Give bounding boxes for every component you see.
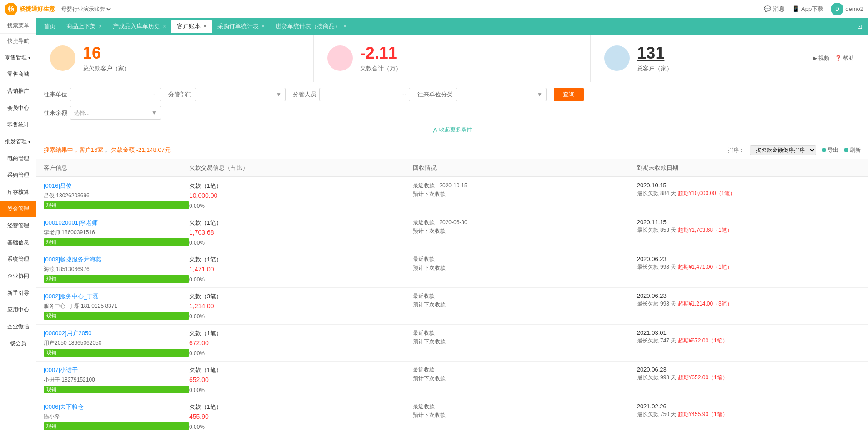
recovery-info: 最近收款 2020-10-15 预计下次收款 [413, 182, 637, 198]
debt-info: 欠款（1笔） 455.90 0.00% [189, 403, 413, 430]
person-input[interactable]: ··· [319, 88, 410, 101]
customer-name[interactable]: [0016]吕俊 [44, 182, 189, 190]
debt-amount[interactable]: 10,000.00 [189, 192, 413, 199]
debt-ratio: 0.00% [189, 350, 413, 357]
customer-tag: 现销 [44, 238, 189, 246]
customer-name[interactable]: [000002]用户2050 [44, 329, 189, 337]
customer-name[interactable]: [0002]服务中心_丁磊 [44, 292, 189, 301]
tab-purchase-orders[interactable]: 采购订单统计表 × [212, 20, 270, 33]
page-content: ¥ 16 总欠款客户（家） [36, 35, 868, 437]
header-left: 畅 畅捷通好生意 母婴行业演示账套 [5, 3, 112, 15]
debt-ratio: 0.00% [189, 313, 413, 320]
sidebar-item-retail-mgmt[interactable]: 零售管理 [0, 49, 36, 66]
sort-select[interactable]: 按欠款金额倒序排序 [750, 145, 816, 155]
tab-customer-account-close[interactable]: × [203, 23, 206, 30]
sidebar-item-vip[interactable]: 畅会员 [0, 335, 36, 352]
col-header-customer: 客户信息 [44, 164, 189, 172]
message-action[interactable]: 💬 消息 [764, 5, 785, 13]
overdue-link[interactable]: 超期¥1,703.68（1笔） [678, 227, 733, 233]
tab-customer-account[interactable]: 客户账本 × [171, 20, 212, 33]
username: demo2 [845, 5, 863, 12]
sidebar-item-operations[interactable]: 经营管理 [0, 217, 36, 234]
overdue-link[interactable]: 超期¥10,000.00（1笔） [678, 190, 736, 196]
refresh-button[interactable]: 刷新 [844, 146, 861, 154]
sidebar-item-batch-mgmt[interactable]: 批发管理 [0, 133, 36, 150]
balance-select[interactable]: 选择... ▼ [70, 106, 161, 120]
content-area: 首页 商品上下架 × 产成品入库单历史 × 客户账本 × 采购订单统计表 × [36, 18, 868, 437]
tab-products-history-close[interactable]: × [163, 23, 166, 30]
filter-dept: 分管部门 ▼ [168, 88, 286, 101]
overdue-link[interactable]: 超期¥1,214.00（3笔） [678, 301, 733, 307]
sidebar-item-guide[interactable]: 新手引导 [0, 285, 36, 301]
customer-name[interactable]: [0001020001]李老师 [44, 219, 189, 227]
overdue-link[interactable]: 超期¥1,471.00（1笔） [678, 264, 733, 270]
sidebar-item-purchase[interactable]: 采购管理 [0, 167, 36, 184]
user-action[interactable]: D demo2 [831, 3, 863, 15]
video-action[interactable]: ▶ 视频 [813, 55, 829, 62]
dept-select[interactable]: ▼ [195, 88, 286, 101]
sidebar-item-marketing[interactable]: 营销推广 [0, 83, 36, 100]
dept-label: 分管部门 [168, 90, 192, 99]
sidebar-item-system[interactable]: 系统管理 [0, 251, 36, 268]
tab-products-status[interactable]: 商品上下架 × [61, 20, 107, 33]
filter-row-2: 往来余额 选择... ▼ [44, 106, 861, 120]
filter-collapse[interactable]: ⋀ 收起更多条件 [44, 124, 861, 136]
export-icon [822, 148, 826, 152]
maximize-icon[interactable]: ⊡ [857, 23, 863, 30]
unit-category-select[interactable]: ▼ [456, 88, 547, 101]
unit-category-arrow: ▼ [537, 91, 542, 98]
tab-purchase-stats[interactable]: 进货单统计表（按商品） × [270, 20, 352, 33]
tab-purchase-stats-close[interactable]: × [343, 23, 346, 30]
sidebar-item-ecommerce[interactable]: 电商管理 [0, 150, 36, 167]
overdue-link[interactable]: 超期¥455.90（1笔） [678, 411, 728, 417]
sidebar-item-member[interactable]: 会员中心 [0, 100, 36, 116]
customer-tag: 现销 [44, 275, 189, 283]
customer-tag: 现销 [44, 349, 189, 357]
debt-amount[interactable]: 672.00 [189, 339, 413, 347]
customer-tag: 现销 [44, 201, 189, 209]
customer-info: [0001020001]李老师 李老师 18600391516 现销 [44, 219, 189, 246]
tab-products-status-close[interactable]: × [99, 23, 102, 30]
debt-amount[interactable]: 1,471.00 [189, 266, 413, 273]
svg-rect-5 [612, 55, 614, 57]
sidebar-item-inventory[interactable]: 库存核算 [0, 184, 36, 201]
tab-home[interactable]: 首页 [38, 20, 61, 33]
recovery-info: 最近收款 预计下次收款 [413, 366, 637, 382]
sidebar-item-retail-mall[interactable]: 零售商城 [0, 66, 36, 83]
tab-purchase-orders-close[interactable]: × [261, 23, 265, 30]
sidebar-item-apps[interactable]: 应用中心 [0, 301, 36, 318]
recovery-label: 最近收款 [413, 366, 637, 374]
sidebar-item-finance[interactable]: 资金管理 [0, 201, 36, 217]
overdue-days: 最长欠款 747 天 超期¥672.00（1笔） [637, 337, 861, 345]
overdue-link[interactable]: 超期¥652.00（1笔） [678, 374, 728, 381]
app-download-action[interactable]: 📱 App下载 [792, 5, 823, 13]
customer-name[interactable]: [0003]畅捷服务尹海燕 [44, 256, 189, 264]
search-button[interactable]: 查询 [554, 88, 584, 101]
recovery-label: 最近收款 [413, 256, 637, 263]
help-action[interactable]: ❓ 帮助 [835, 55, 854, 62]
tab-bar: 首页 商品上下架 × 产成品入库单历史 × 客户账本 × 采购订单统计表 × [36, 18, 868, 35]
debt-amount[interactable]: 455.90 [189, 413, 413, 420]
debt-amount[interactable]: 1,703.68 [189, 229, 413, 236]
sidebar-item-wechat[interactable]: 企业微信 [0, 318, 36, 335]
minimize-icon[interactable]: — [847, 23, 853, 30]
sidebar-item-retail-stats[interactable]: 零售统计 [0, 116, 36, 133]
debt-ratio: 0.00% [189, 240, 413, 246]
export-button[interactable]: 导出 [822, 146, 838, 154]
sidebar-item-basic-info[interactable]: 基础信息 [0, 234, 36, 251]
customer-name[interactable]: [0006]去下粮仓 [44, 403, 189, 411]
sidebar-item-enterprise[interactable]: 企业协同 [0, 268, 36, 285]
industry-select[interactable]: 母婴行业演示账套 [60, 5, 112, 13]
source-unit-input[interactable]: ··· [70, 88, 161, 101]
logo-text: 畅捷通好生意 [20, 5, 55, 13]
overdue-link[interactable]: 超期¥672.00（1笔） [678, 337, 728, 344]
summary-label-3: 总客户（家） [637, 65, 672, 73]
debt-amount[interactable]: 652.00 [189, 376, 413, 383]
table-header: 客户信息 欠款交易信息（占比） 回收情况 到期未收款日期 [36, 159, 868, 177]
sidebar-quick-nav[interactable]: 快捷导航 [0, 34, 36, 49]
sidebar-search[interactable]: 搜索菜单 [0, 18, 36, 34]
debt-amount[interactable]: 1,214.00 [189, 302, 413, 310]
header-right: 💬 消息 📱 App下载 D demo2 [764, 3, 863, 15]
tab-products-history[interactable]: 产成品入库单历史 × [107, 20, 171, 33]
customer-name[interactable]: [0007]小进干 [44, 366, 189, 374]
